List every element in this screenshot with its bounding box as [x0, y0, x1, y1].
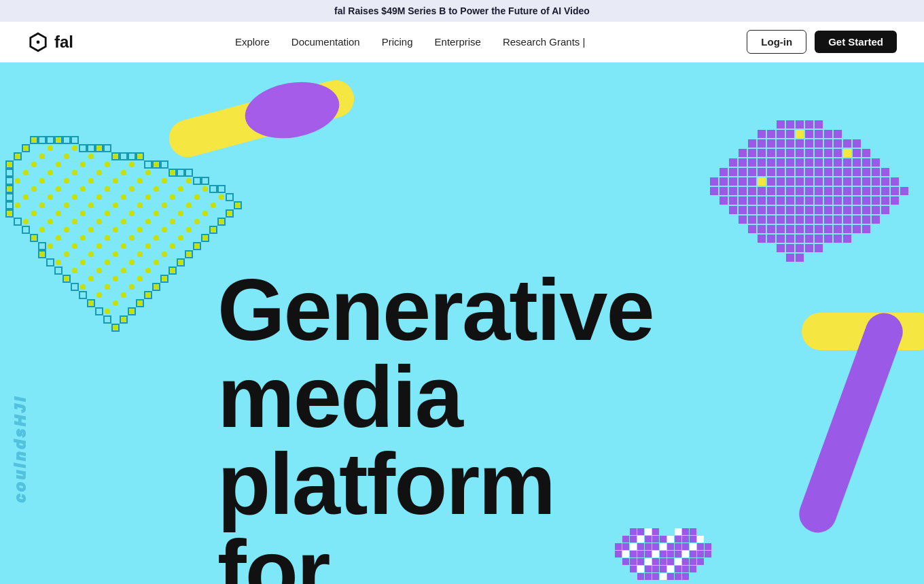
nav-item-documentation[interactable]: Documentation — [291, 36, 360, 48]
announcement-link[interactable]: fal Raises $49M Series B to Power the Fu… — [334, 5, 590, 16]
logo-area[interactable]: fal — [27, 31, 73, 53]
navbar: fal Explore Documentation Pricing Enterp… — [0, 22, 924, 63]
get-started-button[interactable]: Get Started — [815, 31, 897, 53]
hero-content: Generative media platform for developers… — [217, 267, 734, 584]
nav-item-explore[interactable]: Explore — [235, 36, 270, 48]
login-button[interactable]: Log-in — [747, 30, 806, 54]
nav-actions: Log-in Get Started — [747, 30, 897, 54]
fal-logo-icon — [27, 31, 49, 53]
nav-item-research-grants[interactable]: Research Grants | — [503, 36, 585, 48]
hero-section: couindsHJI Generative media platform for… — [0, 63, 924, 584]
pixel-art-top-right — [707, 117, 924, 280]
svg-point-0 — [37, 40, 40, 44]
nav-links: Explore Documentation Pricing Enterprise… — [235, 36, 585, 48]
vertical-decorative-text: couindsHJI — [12, 394, 29, 502]
logo-text: fal — [54, 33, 73, 52]
hero-title: Generative media platform for developers… — [217, 267, 734, 584]
nav-item-enterprise[interactable]: Enterprise — [435, 36, 481, 48]
announcement-bar: fal Raises $49M Series B to Power the Fu… — [0, 0, 924, 22]
nav-item-pricing[interactable]: Pricing — [382, 36, 413, 48]
